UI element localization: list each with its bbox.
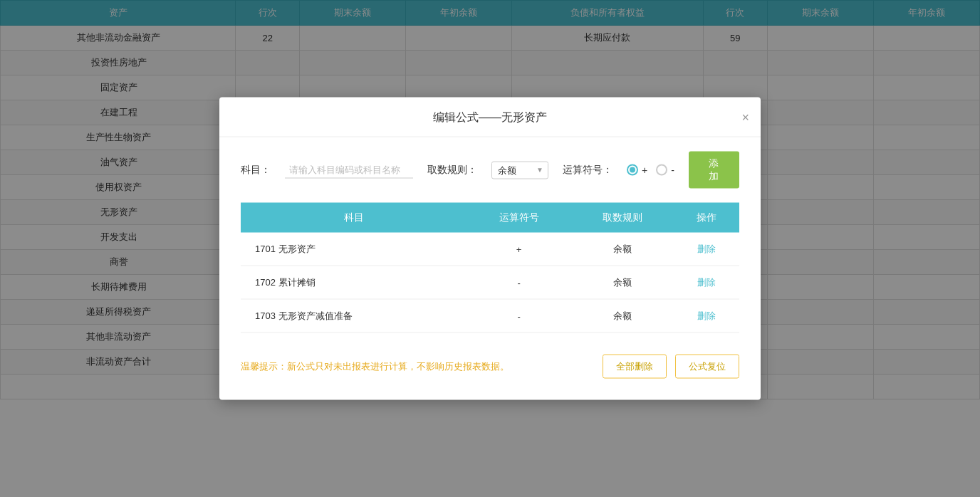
plus-label: + (642, 164, 647, 176)
table-row: 1703 无形资产减值准备 - 余额 删除 (241, 299, 739, 333)
reset-formula-button[interactable]: 公式复位 (675, 355, 739, 379)
col-operator-header: 运算符号 (467, 203, 570, 233)
subject-cell: 1701 无形资产 (241, 233, 467, 266)
subject-cell: 1702 累计摊销 (241, 266, 467, 299)
rule-select[interactable]: 余额 借方发生额 贷方发生额 期初余额 (491, 161, 548, 179)
rule-label: 取数规则： (427, 164, 477, 177)
subject-input[interactable] (285, 162, 413, 179)
subject-cell: 1703 无形资产减值准备 (241, 299, 467, 333)
delete-link[interactable]: 删除 (697, 244, 716, 254)
table-row: 1702 累计摊销 - 余额 删除 (241, 266, 739, 299)
formula-table: 科目 运算符号 取数规则 操作 1701 无形资产 + 余额 删除 1702 累… (241, 203, 739, 333)
rule-cell: 余额 (570, 233, 674, 266)
col-rule-header: 取数规则 (570, 203, 674, 233)
tip-text: 温馨提示：新公式只对未出报表进行计算，不影响历史报表数据。 (241, 360, 509, 373)
footer-buttons: 全部删除 公式复位 (603, 355, 739, 379)
operator-label: 运算符号： (563, 164, 612, 177)
operator-cell: + (467, 233, 570, 266)
subject-label: 科目： (241, 164, 271, 177)
form-row: 科目： 取数规则： 余额 借方发生额 贷方发生额 期初余额 ▼ 运算符号： + … (219, 137, 761, 203)
radio-minus[interactable]: - (656, 164, 674, 176)
modal-header: 编辑公式——无形资产 × (219, 98, 761, 137)
col-subject-header: 科目 (241, 203, 467, 233)
modal-footer: 温馨提示：新公式只对未出报表进行计算，不影响历史报表数据。 全部删除 公式复位 (219, 340, 761, 379)
minus-label: - (671, 164, 674, 176)
table-row: 1701 无形资产 + 余额 删除 (241, 233, 739, 266)
col-action-header: 操作 (674, 203, 739, 233)
formula-table-wrapper: 科目 运算符号 取数规则 操作 1701 无形资产 + 余额 删除 1702 累… (219, 203, 761, 333)
radio-minus-circle[interactable] (656, 164, 667, 176)
modal-title: 编辑公式——无形资产 (433, 110, 547, 125)
edit-formula-modal: 编辑公式——无形资产 × 科目： 取数规则： 余额 借方发生额 贷方发生额 期初… (219, 98, 761, 400)
action-cell[interactable]: 删除 (674, 299, 739, 333)
rule-cell: 余额 (570, 266, 674, 299)
rule-cell: 余额 (570, 299, 674, 333)
radio-plus[interactable]: + (627, 164, 647, 176)
action-cell[interactable]: 删除 (674, 233, 739, 266)
delete-all-button[interactable]: 全部删除 (603, 355, 667, 379)
delete-link[interactable]: 删除 (697, 277, 716, 288)
action-cell[interactable]: 删除 (674, 266, 739, 299)
delete-link[interactable]: 删除 (697, 310, 716, 321)
close-button[interactable]: × (741, 110, 749, 123)
rule-select-wrapper[interactable]: 余额 借方发生额 贷方发生额 期初余额 ▼ (491, 161, 548, 179)
operator-radio-group: + - (627, 164, 674, 176)
add-button[interactable]: 添加 (689, 152, 739, 189)
table-header-row: 科目 运算符号 取数规则 操作 (241, 203, 739, 233)
radio-plus-circle[interactable] (627, 164, 638, 176)
operator-cell: - (467, 299, 570, 333)
operator-cell: - (467, 266, 570, 299)
